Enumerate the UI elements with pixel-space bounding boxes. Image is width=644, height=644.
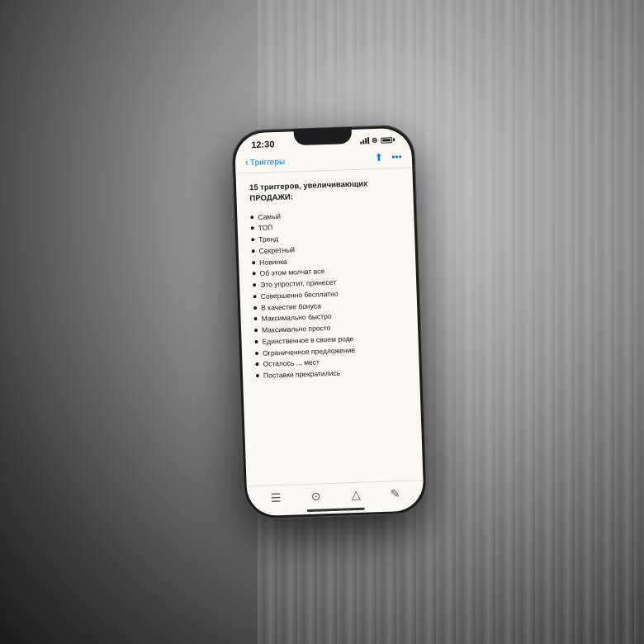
nav-actions: ⬆ ••• [375,151,402,163]
bullet-dot [254,329,258,332]
back-button[interactable]: ‹ Триггеры [245,152,376,168]
document-title: 15 триггеров, увеличивающих ПРОДАЖИ: [249,177,400,204]
list-item-text: Осталось ... мест [263,358,320,370]
bullet-dot [253,283,256,286]
bullet-dot [255,340,258,343]
status-time: 12:30 [251,139,275,149]
signal-icon [360,137,369,144]
scene: 12:30 ⊜ [0,0,644,644]
bottom-toolbar: ☰ ⊙ △ ✎ [247,480,424,516]
bullet-dot [253,306,257,310]
bullet-dot [252,261,255,264]
share-icon[interactable]: ⬆ [375,152,383,163]
navigate-icon[interactable]: △ [351,488,361,501]
list-item-text: Секретный [259,244,296,256]
list-item-text: Новинка [259,256,287,268]
bullet-dot [250,215,253,219]
bullet-dot [256,374,259,377]
bullet-dot [255,352,258,355]
triggers-list: Самый ТОП Тренд Секретный [250,207,406,381]
bullet-dot [252,249,255,253]
camera-icon[interactable]: ⊙ [311,489,322,502]
bullet-dot [251,238,254,241]
back-label: Триггеры [250,156,285,166]
status-icons: ⊜ [360,135,395,144]
list-item-text: Самый [258,211,281,223]
phone-device: 12:30 ⊜ [232,125,427,519]
chevron-left-icon: ‹ [245,156,249,168]
list-item-text: Тренд [258,234,278,245]
bullet-dot [255,362,258,366]
checklist-icon[interactable]: ☰ [270,490,282,504]
wifi-icon: ⊜ [372,136,378,144]
phone-wrapper: 12:30 ⊜ [232,125,427,519]
compose-icon[interactable]: ✎ [391,486,401,500]
list-item-text: В качестве бонуса [261,301,321,313]
more-icon[interactable]: ••• [391,151,402,163]
phone-screen: 12:30 ⊜ [234,127,424,516]
bullet-dot [254,317,258,320]
bullet-dot [253,295,257,298]
list-item-text: Поставки прекратились [263,368,340,381]
phone-notch [294,127,353,145]
battery-icon [381,137,395,144]
bullet-dot [251,226,254,230]
notes-content: 15 триггеров, увеличивающих ПРОДАЖИ: Сам… [235,168,423,485]
list-item-text: ТОП [258,223,273,234]
bullet-dot [253,272,256,275]
